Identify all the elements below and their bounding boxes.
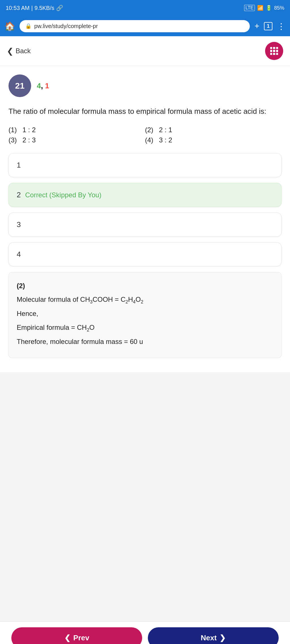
option-1-text: 1 : 2 xyxy=(22,126,36,134)
solution-answer: (2) xyxy=(17,280,273,292)
browser-bar: 🏠 🔒 pw.live/study/complete-pr + 1 ⋮ xyxy=(0,16,290,36)
options-row-1: (1) 1 : 2 (2) 2 : 1 xyxy=(8,126,282,134)
choice-4-label: 4 xyxy=(17,250,21,258)
top-nav: ❮ Back xyxy=(0,36,290,66)
option-1: (1) 1 : 2 xyxy=(8,126,145,134)
add-tab-button[interactable]: + xyxy=(254,21,259,31)
main-content: ❮ Back 21 4, 1 xyxy=(0,36,290,621)
option-1-num: (1) xyxy=(8,126,21,134)
score-correct: 4 xyxy=(37,82,41,90)
next-button[interactable]: Next ❯ xyxy=(148,627,279,644)
status-time: 10:53 AM xyxy=(6,5,30,11)
question-number: 21 xyxy=(15,81,24,91)
choice-1-button[interactable]: 1 xyxy=(8,153,282,177)
options-grid: (1) 1 : 2 (2) 2 : 1 (3) 2 : 3 (4) 3 : 2 xyxy=(8,126,282,146)
choice-2-label: 2 xyxy=(17,191,21,199)
choice-1-label: 1 xyxy=(17,161,21,169)
prev-label: Prev xyxy=(73,634,89,642)
options-row-2: (3) 2 : 3 (4) 3 : 2 xyxy=(8,136,282,144)
status-bar: 10:53 AM | 9.5KB/s 🔗 LTE 📶 🔋 85% xyxy=(0,0,290,16)
choice-2-button[interactable]: 2 Correct (Skipped By You) xyxy=(8,183,282,207)
option-3-num: (3) xyxy=(8,136,21,144)
option-3: (3) 2 : 3 xyxy=(8,136,145,144)
question-text: The ratio of molecular formula mass to e… xyxy=(8,106,282,117)
url-bar[interactable]: 🔒 pw.live/study/complete-pr xyxy=(20,20,250,32)
signal-icon: 🔗 xyxy=(56,5,63,11)
score-incorrect: 1 xyxy=(45,82,49,90)
status-data-speed: 9.5KB/s xyxy=(35,5,54,11)
question-container: 21 4, 1 The ratio of molecular formula m… xyxy=(0,66,290,372)
answer-choices: 1 2 Correct (Skipped By You) 3 4 xyxy=(8,153,282,266)
status-left: 10:53 AM | 9.5KB/s 🔗 xyxy=(6,5,63,11)
question-header: 21 4, 1 xyxy=(8,74,282,97)
tab-count[interactable]: 1 xyxy=(264,22,272,30)
url-text: pw.live/study/complete-pr xyxy=(34,23,98,29)
home-button[interactable]: 🏠 xyxy=(5,21,15,31)
bottom-nav: ❮ Prev Next ❯ xyxy=(0,621,290,644)
option-2-text: 2 : 1 xyxy=(159,126,172,134)
choice-2-correct-text: Correct (Skipped By You) xyxy=(25,191,101,199)
lte-icon: LTE xyxy=(244,5,255,11)
signal-bars-icon: 📶 xyxy=(257,5,263,11)
back-label: Back xyxy=(16,47,31,55)
back-chevron-icon: ❮ xyxy=(7,46,13,56)
solution-line4: Therefore, molecular formula mass = 60 u xyxy=(17,336,273,348)
lock-icon: 🔒 xyxy=(25,23,31,29)
solution-line1: Molecular formula of CH3COOH = C2H4O2 xyxy=(17,294,273,306)
choice-3-label: 3 xyxy=(17,220,21,229)
solution-box: (2) Molecular formula of CH3COOH = C2H4O… xyxy=(8,272,282,358)
option-3-text: 2 : 3 xyxy=(22,136,36,144)
next-label: Next xyxy=(201,634,217,642)
grid-menu-button[interactable] xyxy=(265,42,283,60)
option-4-text: 3 : 2 xyxy=(159,136,172,144)
option-2-num: (2) xyxy=(145,126,157,134)
option-2: (2) 2 : 1 xyxy=(145,126,282,134)
question-score: 4, 1 xyxy=(37,82,49,90)
choice-3-button[interactable]: 3 xyxy=(8,213,282,237)
option-4: (4) 3 : 2 xyxy=(145,136,282,144)
browser-actions: + 1 ⋮ xyxy=(254,21,285,31)
more-options-button[interactable]: ⋮ xyxy=(277,21,285,31)
back-button[interactable]: ❮ Back xyxy=(7,46,31,56)
solution-answer-bold: (2) xyxy=(17,282,25,290)
solution-line3: Empirical formula = CH2O xyxy=(17,322,273,334)
battery-icon: 🔋 xyxy=(266,5,272,11)
prev-button[interactable]: ❮ Prev xyxy=(11,627,142,644)
next-chevron-icon: ❯ xyxy=(219,634,226,642)
status-right: LTE 📶 🔋 85% xyxy=(244,5,284,11)
score-separator: , xyxy=(41,82,45,90)
choice-4-button[interactable]: 4 xyxy=(8,242,282,266)
prev-chevron-icon: ❮ xyxy=(64,634,71,642)
battery-level: 85% xyxy=(274,5,284,11)
status-data: | xyxy=(31,5,33,11)
question-number-badge: 21 xyxy=(8,74,31,97)
option-4-num: (4) xyxy=(145,136,157,144)
grid-icon xyxy=(270,47,278,55)
solution-line2: Hence, xyxy=(17,308,273,320)
